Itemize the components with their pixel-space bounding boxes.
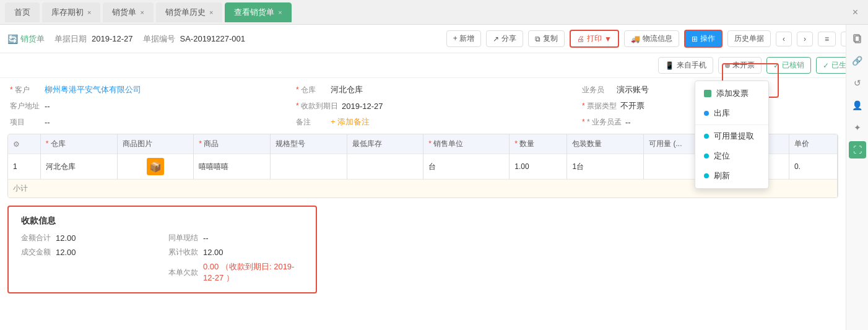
sidebar-copy-icon[interactable] [849,30,866,47]
tab-view-sales[interactable]: 查看销货单 × [225,2,291,22]
address-field: 客户地址 -- [10,100,286,111]
copy-button[interactable]: ⧉ 复制 [528,30,565,47]
warehouse-value: 河北仓库 [331,84,363,95]
sidebar-rotate-icon[interactable]: ↺ [849,74,866,92]
tab-close-sales[interactable]: × [140,9,144,16]
status-bar: 📱 来自手机 未开票 ✓ 已核销 ✓ 已生效 [0,53,868,78]
warehouse-out-dot [704,111,709,116]
staff-value: 演示账号 [617,84,649,95]
dropdown-add-invoice[interactable]: 添加发票 [695,84,768,103]
staff-label: 业务员 [582,85,613,95]
date-label: 单据日期 [54,33,87,45]
logistics-button[interactable]: 🚚 物流信息 [624,30,679,47]
col-product: 商品 [194,134,271,154]
remark-label: 备注 [296,117,327,128]
address-value: -- [45,102,50,111]
new-button[interactable]: + 新增 [446,30,481,47]
history-button[interactable]: 历史单据 [727,30,771,47]
row-quantity: 1.00 [510,154,567,180]
plus-icon: + [331,117,336,126]
row-warehouse: 河北仓库 [40,154,117,180]
customer-value[interactable]: 柳州粤港平安气体有限公司 [45,84,141,95]
payment-col-left: 金额合计 12.00 成交金额 12.00 [21,233,156,284]
ticket-type-value: 不开票 [620,100,644,111]
col-quantity: 数量 [510,134,567,154]
due-date-label: 收款到期日 [296,101,338,111]
current-debt-label: 本单欠款 [168,267,198,278]
copy-icon: ⧉ [535,35,540,43]
due-date-field: 收款到期日 2019-12-27 [296,100,572,111]
cumulative-row: 累计收款 12.00 [168,247,303,258]
remark-field: 备注 + 添加备注 [296,116,572,128]
operation-button[interactable]: ⊞ 操作 [684,30,723,48]
logistics-icon: 🚚 [631,35,640,43]
transaction-amount-value: 12.00 [56,248,76,257]
col-unit-price: 单价 [789,134,837,154]
cumulative-value: 12.00 [203,248,224,257]
row-product: 嘻嘻嘻嘻 [194,154,271,180]
dropdown-divider-1 [695,124,768,125]
row-no: 1 [8,154,40,180]
invoice-status-btn[interactable]: 未开票 [718,57,762,74]
sidebar-expand-icon[interactable]: ⛶ [849,141,866,158]
global-close-icon[interactable]: × [848,7,863,18]
tab-close-view-sales[interactable]: × [278,9,282,16]
payment-title: 收款信息 [21,215,303,227]
settings-icon[interactable]: ⚙ [13,140,20,149]
total-amount-value: 12.00 [56,233,76,243]
available-qty-dot [704,134,709,139]
right-sidebar: 🔗 ↺ 👤 ✦ ⛶ [846,25,868,330]
tab-close-inventory[interactable]: × [87,9,91,16]
due-date-value: 2019-12-27 [342,102,383,111]
verified-icon: ✓ [773,61,779,70]
tab-close-history[interactable]: × [209,9,213,16]
dropdown-available-qty[interactable]: 可用量提取 [695,126,768,146]
tab-home[interactable]: 首页 [5,2,40,22]
same-order-label: 同单现结 [168,233,198,243]
transaction-amount-row: 成交金额 12.00 [21,247,156,258]
row-product-img: 📦 [117,154,194,180]
print-button[interactable]: 🖨 打印 ▼ [570,30,619,48]
payment-info-box: 收款信息 金额合计 12.00 成交金额 12.00 同单现结 -- [7,206,317,293]
tab-bar: 首页 库存期初 × 销货单 × 销货单历史 × 查看销货单 × × [0,0,868,25]
row-min-stock [347,154,423,180]
tab-sales-order[interactable]: 销货单 × [103,2,153,22]
sidebar-link-icon[interactable]: 🔗 [849,52,866,69]
row-pack-qty: 1台 [567,154,644,180]
customer-field: 客户 柳州粤港平安气体有限公司 [10,84,286,95]
cumulative-label: 累计收款 [168,247,198,258]
refresh-dot [704,173,709,178]
sidebar-star-icon[interactable]: ✦ [849,119,866,136]
row-spec [270,154,347,180]
warehouse-label: 仓库 [296,85,327,95]
sidebar-user-icon[interactable]: 👤 [849,97,866,114]
row-unit-price: 0. [789,154,837,180]
ticket-type-label: 票据类型 [582,101,617,111]
doc-type-icon: 🔄 [7,34,18,44]
col-sales-unit: 销售单位 [423,134,510,154]
current-debt-row: 本单欠款 0.00 （收款到期日: 2019-12-27 ） [168,261,303,284]
sales-staff-label: * 业务员孟 [582,117,622,128]
doc-number-meta: 单据编号 SA-20191227-001 [143,33,246,45]
dropdown-locate[interactable]: 定位 [695,146,768,166]
view-toggle-list[interactable]: ≡ [818,32,836,46]
dropdown-refresh[interactable]: 刷新 [695,166,768,186]
toolbar: + 新增 ↗ 分享 ⧉ 复制 🖨 打印 ▼ 🚚 物流信息 [446,30,861,48]
next-nav-button[interactable]: › [797,32,813,46]
prev-nav-button[interactable]: ‹ [776,32,792,46]
col-settings: ⚙ [8,134,40,154]
share-button[interactable]: ↗ 分享 [486,30,523,47]
total-amount-label: 金额合计 [21,233,51,243]
transaction-amount-label: 成交金额 [21,247,51,258]
warehouse-field: 仓库 河北仓库 [296,84,572,95]
payment-col-right: 同单现结 -- 累计收款 12.00 本单欠款 0.00 （收款到期日: 201… [168,233,303,284]
dropdown-warehouse-out[interactable]: 出库 [695,103,768,123]
tab-sales-history[interactable]: 销货单历史 × [156,2,222,22]
verified-status-btn[interactable]: ✓ 已核销 [766,57,811,74]
tab-inventory-init[interactable]: 库存期初 × [42,2,100,22]
add-remark-btn[interactable]: + 添加备注 [331,116,370,128]
print-icon: 🖨 [577,35,584,43]
same-order-row: 同单现结 -- [168,233,303,243]
current-debt-value: 0.00 （收款到期日: 2019-12-27 ） [203,261,303,284]
mobile-status-btn[interactable]: 📱 来自手机 [658,57,713,74]
